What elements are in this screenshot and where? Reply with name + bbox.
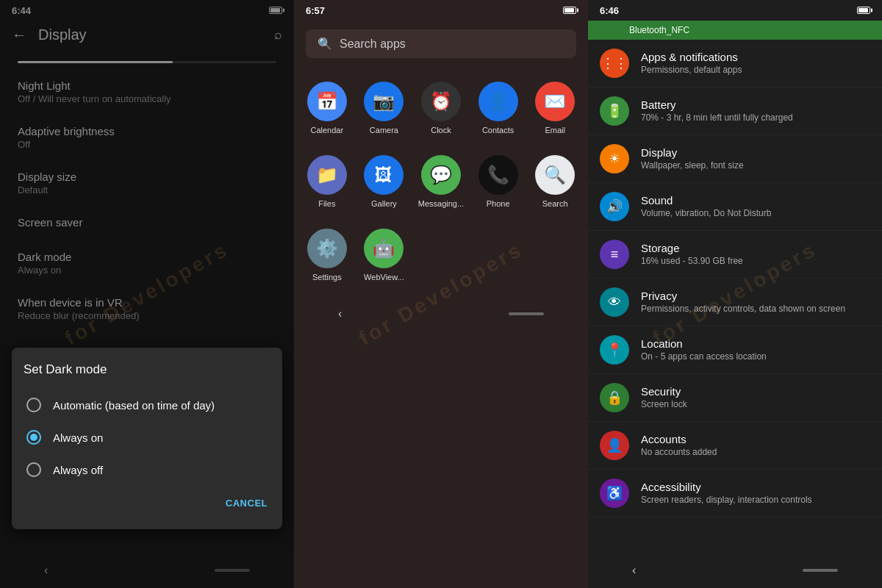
vr-title: When device is in VR — [18, 296, 276, 309]
app-item-settings[interactable]: ⚙️ Settings — [300, 220, 354, 290]
app-icon: ⏰ — [421, 82, 461, 121]
settings-item-sub: Wallpaper, sleep, font size — [641, 160, 870, 172]
display-size-title: Display size — [18, 171, 276, 183]
settings-item-apps---notifications[interactable]: ⋮⋮ Apps & notifications Permissions, def… — [588, 40, 882, 87]
radio-always-off[interactable]: Always off — [24, 453, 270, 486]
brightness-bar[interactable] — [18, 61, 276, 63]
adaptive-brightness-item[interactable]: Adaptive brightness Off — [0, 115, 294, 160]
settings-item-sub: Screen lock — [641, 399, 870, 411]
radio-always-off-label: Always off — [53, 464, 103, 476]
display-size-sub: Default — [18, 184, 276, 196]
settings-item-icon: ≡ — [600, 240, 629, 269]
settings-item-sub: Permissions, activity controls, data sho… — [641, 304, 870, 315]
radio-automatic[interactable]: Automatic (based on time of day) — [24, 389, 270, 421]
app-item-messaging---[interactable]: 💬 Messaging... — [414, 146, 468, 217]
app-icon: 🖼 — [364, 155, 404, 195]
night-light-sub: Off / Will never turn on automatically — [18, 93, 276, 104]
app-item-webview---[interactable]: 🤖 WebView... — [357, 220, 412, 290]
settings-item-text: Apps & notifications Permissions, defaul… — [641, 51, 870, 76]
app-item-camera[interactable]: 📷 Camera — [357, 73, 412, 143]
settings-item-location[interactable]: 📍 Location On - 5 apps can access locati… — [588, 326, 882, 374]
settings-item-icon: 🔋 — [600, 96, 629, 126]
settings-item-text: Accessibility Screen readers, display, i… — [641, 481, 870, 506]
app-label: Messaging... — [418, 199, 464, 208]
back-button[interactable]: ← — [12, 26, 26, 43]
settings-item-battery[interactable]: 🔋 Battery 70% - 3 hr, 8 min left until f… — [588, 87, 882, 135]
settings-item-title: Battery — [641, 98, 870, 111]
settings-item-sub: Permissions, default apps — [641, 65, 870, 76]
settings-item-text: Battery 70% - 3 hr, 8 min left until ful… — [641, 98, 870, 124]
app-item-clock[interactable]: ⏰ Clock — [414, 73, 468, 143]
app-item-calendar[interactable]: 📅 Calendar — [300, 73, 354, 143]
search-button[interactable]: ⌕ — [274, 27, 282, 43]
dark-mode-sub: Always on — [18, 265, 276, 276]
left-panel: 6:44 ← Display ⌕ Night Light Off / Will … — [0, 0, 294, 588]
vr-item[interactable]: When device is in VR Reduce blur (recomm… — [0, 286, 294, 331]
settings-item-sub: No accounts added — [641, 447, 870, 459]
settings-item-text: Security Screen lock — [641, 385, 870, 411]
settings-item-icon: 👁 — [600, 287, 629, 317]
dark-mode-dialog: Set Dark mode Automatic (based on time o… — [12, 348, 282, 529]
app-label: Files — [318, 199, 335, 208]
status-icons-left — [269, 7, 282, 14]
app-icon: 👤 — [478, 82, 518, 121]
settings-item-icon: ☀ — [600, 144, 629, 173]
app-item-contacts[interactable]: 👤 Contacts — [471, 73, 526, 143]
settings-item-security[interactable]: 🔒 Security Screen lock — [588, 374, 882, 422]
apps-grid: 📅 Calendar 📷 Camera ⏰ Clock 👤 Contacts ✉… — [294, 67, 588, 296]
radio-always-off-circle — [26, 462, 41, 477]
settings-item-icon: ♿ — [600, 478, 629, 508]
radio-always-on-circle — [26, 430, 41, 445]
status-bar-right: 6:46 — [588, 0, 882, 21]
settings-item-title: Apps & notifications — [641, 51, 870, 63]
settings-item-privacy[interactable]: 👁 Privacy Permissions, activity controls… — [588, 279, 882, 326]
app-item-phone[interactable]: 📞 Phone — [471, 146, 526, 217]
adaptive-brightness-sub: Off — [18, 139, 276, 150]
settings-item-sub: On - 5 apps can access location — [641, 351, 870, 363]
display-size-item[interactable]: Display size Default — [0, 160, 294, 206]
radio-always-on[interactable]: Always on — [24, 421, 270, 453]
settings-item-sound[interactable]: 🔊 Sound Volume, vibration, Do Not Distur… — [588, 183, 882, 231]
settings-item-accounts[interactable]: 👤 Accounts No accounts added — [588, 422, 882, 470]
settings-item-text: Privacy Permissions, activity controls, … — [641, 290, 870, 315]
app-item-email[interactable]: ✉️ Email — [528, 73, 582, 143]
settings-item-title: Accounts — [641, 433, 870, 445]
nav-pill-left[interactable] — [215, 569, 250, 572]
radio-always-on-label: Always on — [53, 431, 103, 444]
settings-item-text: Accounts No accounts added — [641, 433, 870, 459]
nav-pill-center[interactable] — [509, 312, 544, 315]
settings-item-storage[interactable]: ≡ Storage 16% used - 53.90 GB free — [588, 231, 882, 279]
app-label: Search — [542, 199, 568, 208]
settings-item-icon: 👤 — [600, 431, 629, 460]
search-placeholder: Search apps — [340, 37, 406, 51]
nav-back-left[interactable]: ‹ — [44, 564, 48, 577]
app-icon: 💬 — [421, 155, 461, 195]
vr-sub: Reduce blur (recommended) — [18, 310, 276, 321]
screen-saver-title: Screen saver — [18, 216, 276, 229]
settings-item-sub: 70% - 3 hr, 8 min left until fully charg… — [641, 112, 870, 124]
nav-back-right[interactable]: ‹ — [632, 564, 636, 577]
night-light-item[interactable]: Night Light Off / Will never turn on aut… — [0, 69, 294, 115]
bluetooth-banner: Bluetooth_NFC — [588, 21, 882, 40]
status-icons-center — [563, 7, 576, 14]
app-item-files[interactable]: 📁 Files — [300, 146, 354, 217]
settings-item-accessibility[interactable]: ♿ Accessibility Screen readers, display,… — [588, 470, 882, 517]
nav-back-center[interactable]: ‹ — [338, 307, 342, 320]
brightness-fill — [18, 61, 173, 63]
nav-pill-right[interactable] — [803, 569, 838, 572]
time-right: 6:46 — [600, 5, 619, 16]
dark-mode-item[interactable]: Dark mode Always on — [0, 240, 294, 286]
battery-icon-center — [563, 7, 576, 14]
app-item-search[interactable]: 🔍 Search — [528, 146, 582, 217]
screen-saver-item[interactable]: Screen saver — [0, 206, 294, 240]
settings-item-text: Storage 16% used - 53.90 GB free — [641, 242, 870, 268]
cancel-button[interactable]: CANCEL — [223, 492, 270, 514]
app-item-gallery[interactable]: 🖼 Gallery — [357, 146, 412, 217]
status-icons-right — [857, 7, 870, 14]
app-search-bar[interactable]: 🔍 Search apps — [306, 29, 576, 58]
nav-bar-center: ‹ — [294, 296, 588, 331]
right-panel: 6:46 Bluetooth_NFC ⋮⋮ Apps & notificatio… — [588, 0, 882, 588]
settings-item-display[interactable]: ☀ Display Wallpaper, sleep, font size — [588, 135, 882, 183]
radio-automatic-circle — [26, 398, 41, 412]
status-bar-center: 6:57 — [294, 0, 588, 21]
